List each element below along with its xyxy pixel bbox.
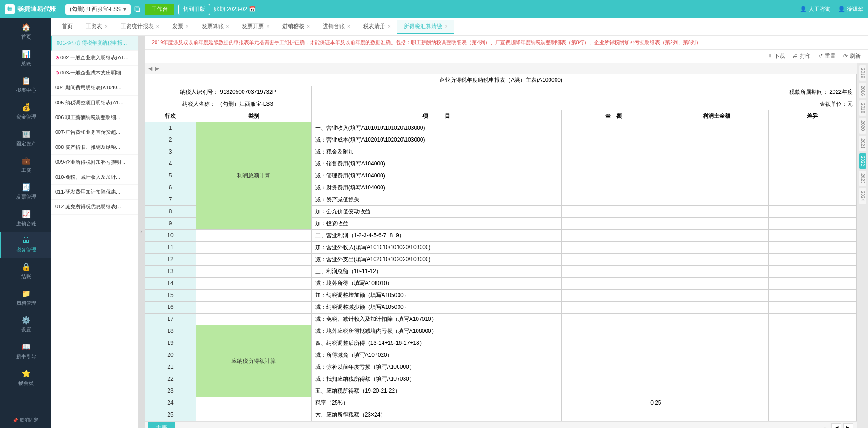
tab-invoice-calc[interactable]: 发票算账 ×	[195, 20, 236, 34]
close-icon[interactable]: ×	[156, 24, 159, 29]
cell-profit-amount[interactable]	[665, 301, 768, 313]
year-2018[interactable]: 2018	[859, 100, 866, 116]
sidebar-item-invoice[interactable]: 🧾 发票管理	[0, 178, 51, 205]
cell-amount[interactable]	[562, 289, 665, 301]
form-item-003[interactable]: ⊙003-一般企业成本支出明细...	[51, 66, 138, 80]
scroll-right-button[interactable]: ▶	[843, 423, 853, 428]
cell-amount[interactable]	[562, 217, 665, 229]
close-icon[interactable]: ×	[226, 24, 229, 29]
table-row[interactable]: 14 减：境外所得（填写A108010）	[145, 277, 857, 289]
cell-diff[interactable]	[768, 325, 856, 337]
cell-profit-amount[interactable]	[665, 361, 768, 373]
year-2024[interactable]: 2024	[859, 188, 866, 204]
cell-profit-amount[interactable]	[665, 241, 768, 253]
cell-diff[interactable]	[768, 361, 856, 373]
cell-amount[interactable]	[562, 313, 665, 325]
form-item-005[interactable]: 005-纳税调整项目明细表(A1...	[51, 96, 138, 110]
cell-diff[interactable]	[768, 253, 856, 265]
collapse-button[interactable]: ‹	[138, 36, 145, 428]
year-2021[interactable]: 2021	[859, 136, 866, 151]
cell-amount[interactable]	[562, 373, 665, 385]
cell-amount[interactable]	[562, 158, 665, 170]
table-row[interactable]: 18 应纳税所得额计算 减：境外应税所得抵减境内亏损（填写A108000）	[145, 325, 857, 337]
tab-purchase-audit[interactable]: 进销稽核 ×	[276, 20, 316, 34]
cell-profit-amount[interactable]	[665, 182, 768, 194]
form-item-009[interactable]: 009-企业所得税附加补亏损明...	[51, 155, 138, 170]
tab-salary[interactable]: 工资表 ×	[79, 20, 114, 34]
sidebar-item-salary[interactable]: 💼 工资	[0, 152, 51, 178]
cell-diff[interactable]	[768, 241, 856, 253]
cell-diff[interactable]	[768, 373, 856, 385]
tab-home[interactable]: 首页	[55, 20, 79, 34]
close-icon[interactable]: ×	[445, 24, 448, 29]
cell-amount[interactable]	[562, 194, 665, 205]
cell-diff[interactable]	[768, 194, 856, 205]
cell-amount[interactable]	[562, 122, 665, 134]
cell-profit-amount[interactable]	[665, 325, 768, 337]
tab-tax-summary[interactable]: 税表清册 ×	[357, 20, 397, 34]
form-item-004[interactable]: 004-期间费用明细表(A1040...	[51, 80, 138, 95]
form-item-006[interactable]: 006-职工薪酬纳税调整明细...	[51, 110, 138, 125]
cell-profit-amount[interactable]	[665, 217, 768, 229]
year-2019[interactable]: 2019	[859, 65, 866, 81]
cell-amount[interactable]	[562, 385, 665, 397]
cell-diff[interactable]	[768, 158, 856, 170]
cell-diff[interactable]	[768, 301, 856, 313]
cell-amount[interactable]	[562, 361, 665, 373]
workbench-button[interactable]: 工作台	[145, 4, 174, 15]
close-icon[interactable]: ×	[266, 24, 269, 29]
cell-amount[interactable]: 0.25	[562, 397, 665, 409]
company-selector[interactable]: (勾删) 江西服宝-LSS ▾	[65, 4, 131, 15]
tab-invoice[interactable]: 发票 ×	[166, 20, 195, 34]
table-row[interactable]: 10 二、营业利润（1-2-3-4-5-6-7+8+9）	[145, 229, 857, 241]
table-row[interactable]: 13 三、利润总额（10-11-12）	[145, 265, 857, 277]
sidebar-item-home[interactable]: 🏠 首页	[0, 18, 51, 45]
year-2023[interactable]: 2023	[859, 171, 866, 186]
reset-button[interactable]: ↺ 重置	[818, 52, 836, 60]
sidebar-item-sales[interactable]: 📈 进销台账	[0, 205, 51, 232]
cell-profit-amount[interactable]	[665, 397, 768, 409]
cell-profit-amount[interactable]	[665, 229, 768, 241]
sidebar-item-reports[interactable]: 📋 报表中心	[0, 72, 51, 98]
sidebar-item-settings[interactable]: ⚙️ 设置	[0, 311, 51, 338]
cell-amount[interactable]	[562, 265, 665, 277]
cell-diff[interactable]	[768, 146, 856, 158]
copy-icon[interactable]: ⧉	[134, 5, 140, 14]
spreadsheet-area[interactable]: ◀ ▶ 企业所得税年度纳税申报表（A类）主表(A100000) 纳税人识别	[145, 63, 857, 428]
cell-profit-amount[interactable]	[665, 134, 768, 146]
cell-amount[interactable]	[562, 241, 665, 253]
prev-sheet-icon[interactable]: ◀	[148, 65, 152, 72]
switch-version-button[interactable]: 切到旧版	[178, 4, 210, 15]
cell-diff[interactable]	[768, 134, 856, 146]
cell-amount[interactable]	[562, 205, 665, 217]
tab-invoice-open[interactable]: 发票开票 ×	[235, 20, 276, 34]
cell-profit-amount[interactable]	[665, 277, 768, 289]
cell-diff[interactable]	[768, 385, 856, 397]
cell-amount[interactable]	[562, 182, 665, 194]
cell-amount[interactable]	[562, 325, 665, 337]
next-sheet-icon[interactable]: ▶	[155, 65, 159, 72]
download-button[interactable]: ⬇ 下载	[768, 52, 785, 60]
cell-diff[interactable]	[768, 277, 856, 289]
user-info[interactable]: 👤 徐译华	[838, 6, 863, 13]
cell-amount[interactable]	[562, 170, 665, 182]
sidebar-item-tax[interactable]: 🏛 税务管理	[0, 232, 51, 258]
cell-diff[interactable]	[768, 217, 856, 229]
cell-profit-amount[interactable]	[665, 265, 768, 277]
cell-profit-amount[interactable]	[665, 170, 768, 182]
cell-diff[interactable]	[768, 182, 856, 194]
cell-amount[interactable]	[562, 146, 665, 158]
cell-diff[interactable]	[768, 313, 856, 325]
cell-profit-amount[interactable]	[665, 122, 768, 134]
form-item-001[interactable]: 001-企业所得税年度纳税申报...	[51, 36, 138, 51]
form-item-008[interactable]: 008-资产折旧、摊销及纳税...	[51, 140, 138, 155]
year-2016[interactable]: 2016	[859, 83, 866, 98]
refresh-button[interactable]: ⟳ 刷新	[843, 52, 861, 60]
close-icon[interactable]: ×	[388, 24, 391, 29]
cell-profit-amount[interactable]	[665, 253, 768, 265]
cell-diff[interactable]	[768, 122, 856, 134]
scroll-left-button[interactable]: ◀	[831, 423, 841, 428]
cell-profit-amount[interactable]	[665, 158, 768, 170]
cell-diff[interactable]	[768, 205, 856, 217]
sheet-tab-main[interactable]: 主表	[148, 422, 175, 428]
